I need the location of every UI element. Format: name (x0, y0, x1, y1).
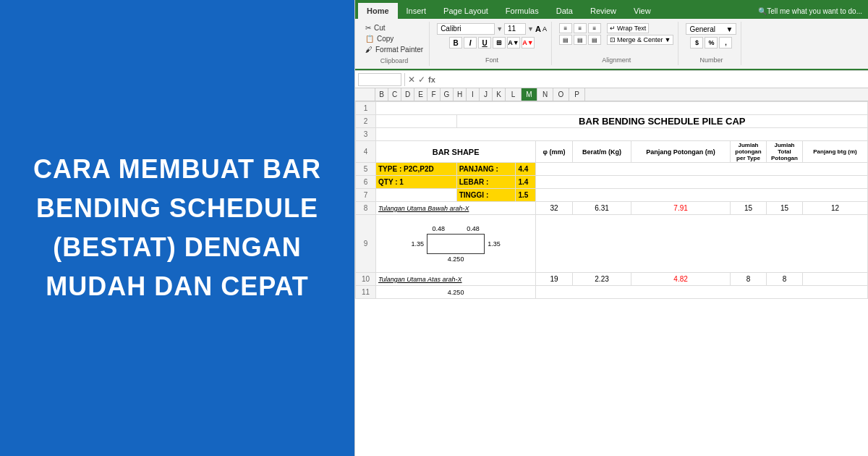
col-header-h[interactable]: H (454, 88, 467, 101)
bar-shape-row: 1.35 1.35 (412, 234, 501, 254)
panjang-btg-header[interactable]: Panjang btg (m) (802, 141, 867, 163)
type-label-cell[interactable]: TYPE : P2C,P2D (376, 163, 457, 176)
cut-button[interactable]: ✂ Cut (364, 23, 425, 33)
empty-row-1[interactable] (376, 102, 868, 115)
main-title: CARA MEMBUAT BAR BENDING SCHEDULE (BESTA… (33, 150, 321, 306)
qty-label-cell[interactable]: QTY : 1 (376, 176, 457, 189)
font-size-box[interactable]: 11 (504, 23, 526, 35)
bold-button[interactable]: B (449, 37, 462, 48)
tinggi-val-cell[interactable]: 1.5 (516, 189, 536, 202)
row-num-10: 10 (356, 273, 376, 286)
bottom-dim: 4.250 (448, 256, 464, 263)
align-top-button[interactable]: ≡ (559, 23, 572, 33)
tab-formulas[interactable]: Formulas (497, 3, 548, 19)
excel-panel: Home Insert Page Layout Formulas Data Re… (354, 0, 868, 456)
col-header-e[interactable]: E (414, 88, 427, 101)
col-header-c[interactable]: C (388, 88, 401, 101)
align-middle-button[interactable]: ≡ (574, 23, 587, 33)
tab-view[interactable]: View (625, 3, 660, 19)
phi-header[interactable]: φ (mm) (536, 141, 573, 163)
name-box[interactable] (358, 73, 401, 86)
align-right-button[interactable]: ▤ (588, 35, 601, 45)
align-left-button[interactable]: ▤ (559, 35, 572, 45)
berat-header[interactable]: Berat/m (Kg) (572, 141, 631, 163)
col-header-p[interactable]: P (569, 88, 585, 101)
border-button[interactable]: ⊞ (493, 37, 506, 48)
col-header-g[interactable]: G (441, 88, 454, 101)
col-header-m[interactable]: M (522, 88, 537, 101)
row2-panjang-btg[interactable] (802, 273, 867, 286)
row1-total[interactable]: 15 (766, 202, 802, 215)
percent-button[interactable]: % (705, 37, 718, 48)
tab-home[interactable]: Home (358, 3, 398, 19)
comma-button[interactable]: , (719, 37, 732, 48)
copy-button[interactable]: 📋 Copy (364, 34, 425, 43)
currency-button[interactable]: $ (690, 37, 703, 48)
font-color-button[interactable]: A▼ (522, 37, 535, 48)
cancel-formula-icon[interactable]: ✕ (408, 75, 415, 85)
col-header-k[interactable]: K (493, 88, 506, 101)
col-header-l[interactable]: L (506, 88, 522, 101)
row-num-5: 5 (356, 163, 376, 176)
format-painter-button[interactable]: 🖌 Format Painter (364, 45, 425, 54)
jumlah-total-header[interactable]: Jumlah Total Potongan (766, 141, 802, 163)
col-header-n[interactable]: N (537, 88, 553, 101)
italic-button[interactable]: I (464, 37, 477, 48)
confirm-formula-icon[interactable]: ✓ (418, 75, 425, 85)
qty-row-empty (536, 176, 868, 189)
sheet-title[interactable]: BAR BENDING SCHEDULE PILE CAP (456, 115, 867, 128)
top-dims: 0.48 0.48 (433, 225, 480, 232)
col-header-j[interactable]: J (480, 88, 493, 101)
paintbrush-icon: 🖌 (365, 46, 373, 54)
row2-desc[interactable]: Tulangan Utama Atas arah-X (376, 273, 536, 286)
row1-jumlah[interactable]: 15 (730, 202, 766, 215)
spreadsheet-table: 1 2 BAR BENDING SCHEDULE PILE CAP 3 4 (355, 101, 868, 299)
row1-panjang[interactable]: 7.91 (631, 202, 731, 215)
panjang-val-cell[interactable]: 4.4 (516, 163, 536, 176)
formula-input[interactable] (438, 75, 865, 84)
clipboard-label: Clipboard (380, 54, 409, 64)
jumlah-potongan-header[interactable]: Jumlah potongan per Type (730, 141, 766, 163)
wrap-text-button[interactable]: ↵ Wrap Text (607, 23, 649, 33)
col-header-b[interactable]: B (375, 88, 388, 101)
col-header-o[interactable]: O (553, 88, 569, 101)
row1-phi[interactable]: 32 (536, 202, 573, 215)
row2-berat[interactable]: 2.23 (572, 273, 631, 286)
type-row-empty (536, 163, 868, 176)
fill-color-button[interactable]: A▼ (507, 37, 520, 48)
tab-review[interactable]: Review (582, 3, 625, 19)
row1-berat[interactable]: 6.31 (572, 202, 631, 215)
row2-phi[interactable]: 19 (536, 273, 573, 286)
col-header-f[interactable]: F (427, 88, 441, 101)
tell-me-box[interactable]: 🔍 Tell me what you want to do... (749, 3, 868, 19)
tab-insert[interactable]: Insert (398, 3, 435, 19)
merge-center-button[interactable]: ⊡ Merge & Center ▼ (607, 35, 673, 45)
row1-desc[interactable]: Tulangan Utama Bawah arah-X (376, 202, 536, 215)
bar-shape-header[interactable]: BAR SHAPE (376, 141, 536, 163)
chevron-down-icon: ▼ (496, 25, 503, 33)
lebar-val-cell[interactable]: 1.4 (516, 176, 536, 189)
tab-page-layout[interactable]: Page Layout (435, 3, 497, 19)
col-header-d[interactable]: D (401, 88, 414, 101)
underline-button[interactable]: U (478, 37, 491, 48)
alignment-buttons: ≡ ≡ ≡ ↵ Wrap Text ▤ ▤ ▤ (559, 23, 673, 45)
font-name-box[interactable]: Calibri (437, 23, 495, 35)
decrease-font-button[interactable]: A (542, 25, 547, 33)
table-row: 1 (356, 102, 868, 115)
tab-data[interactable]: Data (548, 3, 582, 19)
col-header-i[interactable]: I (467, 88, 480, 101)
table-row: 7 TINGGI : 1.5 (356, 189, 868, 202)
formula-bar: ✕ ✓ fx (355, 71, 868, 88)
row2-jumlah[interactable]: 8 (730, 273, 766, 286)
table-row: 3 (356, 128, 868, 141)
row2-panjang[interactable]: 4.82 (631, 273, 731, 286)
increase-font-button[interactable]: A (535, 25, 541, 33)
row2-total[interactable]: 8 (766, 273, 802, 286)
number-format-box[interactable]: General ▼ (686, 23, 736, 35)
panjang-header[interactable]: Panjang Potongan (m) (631, 141, 731, 163)
table-row: 10 Tulangan Utama Atas arah-X 19 2.23 4.… (356, 273, 868, 286)
align-bottom-button[interactable]: ≡ (588, 23, 601, 33)
align-center-button[interactable]: ▤ (574, 35, 587, 45)
insert-function-icon[interactable]: fx (428, 75, 435, 84)
row1-panjang-btg[interactable]: 12 (802, 202, 867, 215)
